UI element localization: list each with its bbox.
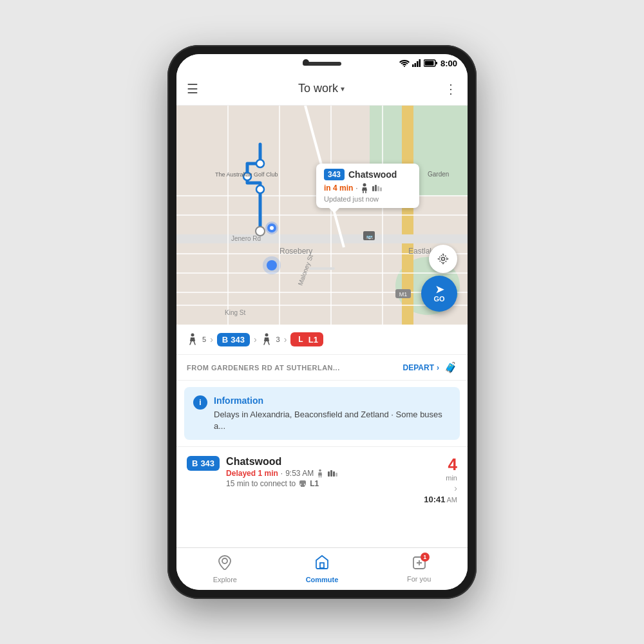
svg-rect-12 <box>176 234 468 243</box>
phone-screen: 8:00 ☰ To work ▾ ⋮ <box>176 54 468 590</box>
depart-button[interactable]: DEPART › <box>403 363 439 372</box>
svg-rect-3 <box>417 61 419 67</box>
walk2-icon <box>261 333 272 346</box>
title-area[interactable]: To work ▾ <box>298 82 345 95</box>
from-bar: FROM GARDENERS RD AT SUTHERLAN... DEPART… <box>176 355 468 381</box>
tooltip-time: in 4 min <box>324 184 353 193</box>
explore-icon <box>217 554 232 574</box>
svg-point-53 <box>304 484 305 485</box>
svg-point-43 <box>267 260 277 270</box>
bus-letter-summary: B <box>222 335 228 345</box>
info-card[interactable]: i Information Delays in Alexandria, Beac… <box>184 387 460 440</box>
svg-rect-51 <box>301 486 305 487</box>
svg-rect-1 <box>412 64 414 67</box>
train-line: L1 <box>308 335 318 345</box>
svg-point-30 <box>256 227 265 236</box>
foryou-label: For you <box>407 575 431 583</box>
bus-card-left: B 343 Chatswood Delayed 1 min · 9:53 AM <box>187 456 337 488</box>
svg-point-49 <box>319 469 321 472</box>
svg-point-0 <box>404 66 405 67</box>
bus-card[interactable]: B 343 Chatswood Delayed 1 min · 9:53 AM <box>176 446 468 513</box>
bottom-nav: Explore Commute <box>176 547 468 590</box>
bus-badge-summary: B 343 <box>217 333 250 346</box>
svg-text:Garden: Garden <box>428 171 449 178</box>
bus-delay-separator: · <box>281 469 283 478</box>
walk1-icon <box>187 333 198 346</box>
nav-item-commute[interactable]: Commute <box>274 554 371 583</box>
svg-text:🚌: 🚌 <box>366 232 374 240</box>
map-area: 🚌 Maloney St Jenero Rd King St Rosebery … <box>176 106 468 325</box>
svg-point-26 <box>256 185 264 193</box>
arrival-arrow: › <box>454 483 457 493</box>
svg-text:M1: M1 <box>399 291 408 298</box>
svg-rect-55 <box>320 563 324 568</box>
dropdown-arrow: ▾ <box>341 84 345 93</box>
svg-rect-4 <box>419 59 421 67</box>
svg-point-44 <box>363 184 366 187</box>
bus-delay: Delayed 1 min <box>226 469 278 478</box>
bus-number-summary: 343 <box>231 335 245 345</box>
menu-icon[interactable]: ☰ <box>187 81 198 97</box>
tooltip-bus-number: 343 <box>324 169 345 180</box>
page-title: To work <box>298 82 338 95</box>
tooltip-updated: Updated just now <box>324 195 412 203</box>
bus-main-letter: B <box>192 459 198 468</box>
more-options-icon[interactable]: ⋮ <box>444 81 457 97</box>
info-title: Information <box>214 395 451 408</box>
bus-walk-connect: 15 min to connect to <box>226 479 296 488</box>
location-button[interactable] <box>429 245 457 273</box>
arrival-minutes: 4 <box>448 456 457 473</box>
depart-arrow: › <box>437 363 439 372</box>
tooltip-destination: Chatswood <box>348 169 397 180</box>
go-button[interactable]: ➤ GO <box>421 276 457 312</box>
go-arrow-icon: ➤ <box>435 285 444 295</box>
status-bar: 8:00 <box>176 54 468 72</box>
svg-text:King St: King St <box>225 309 245 316</box>
info-body: Delays in Alexandria, Beaconsfield and Z… <box>214 409 451 432</box>
svg-rect-6 <box>424 61 433 66</box>
svg-point-46 <box>439 255 447 263</box>
chevron3: › <box>284 334 287 345</box>
chevron1: › <box>210 334 213 345</box>
bus-destination: Chatswood <box>226 456 337 468</box>
explore-label: Explore <box>213 576 237 583</box>
walk2-count: 3 <box>276 336 280 343</box>
arrival-time: 10:41 <box>424 495 445 504</box>
svg-point-47 <box>191 334 194 337</box>
connect-line: L1 <box>310 479 319 488</box>
person-icon <box>361 183 368 193</box>
svg-point-45 <box>442 258 445 261</box>
nav-item-foryou[interactable]: 1 For you <box>370 555 468 583</box>
bus-main-badge: B 343 <box>187 456 220 471</box>
nav-item-explore[interactable]: Explore <box>176 554 274 583</box>
map-tooltip: 343 Chatswood in 4 min · Updated just no… <box>316 164 419 208</box>
bus-main-number: 343 <box>200 459 214 468</box>
route-summary: 5 › B 343 › 3 › L L1 <box>176 325 468 355</box>
foryou-icon-wrapper: 1 <box>412 555 427 573</box>
svg-point-48 <box>265 334 268 337</box>
train-letter: L <box>296 334 305 345</box>
crowd-indicator <box>372 185 382 191</box>
arrival-min-label: min <box>446 474 457 482</box>
svg-rect-2 <box>414 63 416 67</box>
from-text: FROM GARDENERS RD AT SUTHERLAN... <box>187 364 340 372</box>
svg-point-54 <box>222 558 227 564</box>
walk1-count: 5 <box>202 336 206 343</box>
bus-card-right: 4 min › 10:41 AM <box>424 456 457 504</box>
crowd-bars <box>328 470 337 477</box>
train-small-icon <box>298 480 307 488</box>
status-time: 8:00 <box>440 59 457 68</box>
depart-label: DEPART <box>403 363 434 372</box>
svg-text:Jenero Rd: Jenero Rd <box>231 235 261 242</box>
arrival-ampm: AM <box>447 496 458 504</box>
wifi-icon <box>399 59 410 67</box>
train-badge-summary: L L1 <box>290 332 323 346</box>
bus-delay-time: 9:53 AM <box>285 469 314 478</box>
foryou-badge: 1 <box>421 553 430 562</box>
bus-card-info: Chatswood Delayed 1 min · 9:53 AM <box>226 456 337 488</box>
info-icon: i <box>193 395 207 410</box>
svg-point-29 <box>270 226 274 230</box>
bag-icon[interactable]: 🧳 <box>444 361 457 374</box>
chevron2: › <box>254 334 257 345</box>
go-label: GO <box>433 295 444 303</box>
